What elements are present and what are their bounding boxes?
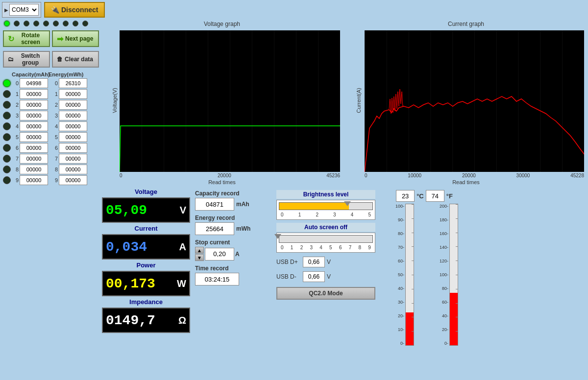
stop-current-down[interactable]: ▼ bbox=[195, 254, 204, 261]
fahrenheit-ticks bbox=[450, 204, 458, 345]
stop-current-up[interactable]: ▲ bbox=[195, 247, 204, 254]
cap-index-2: 2 bbox=[12, 102, 19, 108]
cap-table-header: Capacity(mAh) Energy(mWh) bbox=[3, 71, 99, 77]
com-port-select[interactable]: COM3 bbox=[9, 4, 39, 16]
usb-dplus-input[interactable] bbox=[303, 257, 325, 267]
channel-indicator-9 bbox=[3, 176, 11, 184]
capacity-record-group: Capacity record mAh bbox=[195, 190, 270, 211]
right-main: Voltage graph 2 bbox=[102, 20, 586, 379]
impedance-unit: Ω bbox=[178, 315, 186, 326]
voltage-x-ticks: 02000045236 bbox=[102, 172, 342, 178]
voltage-graph-svg: 25,00 20,00 15,00 10,00 5,00 0,00 bbox=[120, 30, 340, 172]
capacity-record-unit: mAh bbox=[236, 201, 249, 208]
graphs-row: Voltage graph 2 bbox=[102, 20, 586, 186]
cap-row-9: 9 9 bbox=[3, 175, 99, 185]
voltage-display: 05,09 V bbox=[102, 197, 190, 223]
usb-dminus-label: USB D- bbox=[276, 273, 301, 280]
channel-indicator-7 bbox=[3, 155, 11, 163]
impedance-label: Impedance bbox=[102, 298, 190, 306]
time-record-group: Time record bbox=[195, 265, 270, 285]
energy-index-7: 7 bbox=[51, 156, 58, 162]
power-unit: W bbox=[177, 278, 186, 289]
energy-value-1[interactable] bbox=[59, 89, 87, 99]
cap-row-4: 4 4 bbox=[3, 121, 99, 131]
energy-record-input[interactable] bbox=[195, 222, 234, 235]
stop-current-group: Stop current ▲ ▼ A bbox=[195, 239, 270, 261]
cap-value-5[interactable] bbox=[20, 132, 48, 142]
disconnect-button[interactable]: 🔌 Disconnect bbox=[44, 2, 105, 18]
cap-row-1: 1 1 bbox=[3, 89, 99, 99]
energy-value-4[interactable] bbox=[59, 121, 87, 131]
stop-current-label: Stop current bbox=[195, 239, 270, 246]
clear-data-button[interactable]: 🗑 Clear data bbox=[52, 51, 99, 68]
impedance-value: 0149,7 bbox=[106, 313, 155, 328]
rotate-screen-button[interactable]: ↻ Rotate screen bbox=[3, 30, 50, 47]
celsius-label: °C bbox=[416, 192, 424, 200]
indicator-dot-7 bbox=[73, 21, 78, 26]
qc-mode-button[interactable]: QC2.0 Mode bbox=[276, 287, 375, 300]
celsius-ticks bbox=[406, 204, 414, 345]
left-panel: ↻ Rotate screen ➡ Next page 🗂 Switch gro… bbox=[2, 20, 100, 379]
switch-group-button[interactable]: 🗂 Switch group bbox=[3, 51, 50, 68]
energy-record-group: Energy record mWh bbox=[195, 214, 270, 235]
next-page-button[interactable]: ➡ Next page bbox=[52, 30, 99, 47]
celsius-value-input[interactable] bbox=[396, 190, 415, 202]
energy-value-2[interactable] bbox=[59, 100, 87, 110]
energy-index-2: 2 bbox=[51, 102, 58, 108]
energy-value-9[interactable] bbox=[59, 175, 87, 185]
fahrenheit-value-input[interactable] bbox=[426, 190, 444, 202]
energy-value-6[interactable] bbox=[59, 143, 87, 153]
indicator-dot-0 bbox=[4, 21, 10, 26]
indicator-dot-6 bbox=[63, 21, 69, 26]
cap-value-7[interactable] bbox=[20, 154, 48, 164]
indicator-dot-5 bbox=[53, 21, 59, 26]
usb-dminus-input[interactable] bbox=[303, 271, 325, 282]
voltage-graph-panel: Voltage graph 2 bbox=[102, 20, 342, 186]
cap-value-6[interactable] bbox=[20, 143, 48, 153]
power-display: 00,173 W bbox=[102, 271, 190, 296]
capacity-record-label: Capacity record bbox=[195, 190, 270, 197]
stop-current-row: ▲ ▼ A bbox=[195, 247, 270, 261]
current-x-ticks: 010000200003000045228 bbox=[346, 172, 586, 178]
energy-value-3[interactable] bbox=[59, 111, 87, 120]
cap-value-9[interactable] bbox=[20, 175, 48, 185]
energy-record-row: mWh bbox=[195, 222, 270, 235]
voltage-graph-title: Voltage graph bbox=[102, 20, 342, 28]
cap-value-0[interactable] bbox=[20, 78, 48, 88]
channel-indicator-5 bbox=[3, 133, 11, 141]
records-panel: Capacity record mAh Energy record mWh bbox=[193, 188, 271, 379]
power-label: Power bbox=[102, 261, 190, 269]
energy-value-0[interactable] bbox=[59, 78, 87, 88]
cap-value-8[interactable] bbox=[20, 165, 48, 174]
current-graph-panel: Current graph 4,000 bbox=[346, 20, 586, 186]
energy-index-1: 1 bbox=[51, 91, 58, 97]
cap-value-1[interactable] bbox=[20, 89, 48, 99]
capacity-record-input[interactable] bbox=[195, 198, 234, 211]
cap-index-8: 8 bbox=[12, 166, 19, 172]
settings-panel: Brightness level 012345 bbox=[274, 188, 377, 379]
cap-value-2[interactable] bbox=[20, 100, 48, 110]
stop-current-input[interactable] bbox=[205, 248, 234, 261]
energy-index-5: 5 bbox=[51, 134, 58, 140]
energy-value-8[interactable] bbox=[59, 165, 87, 174]
energy-value-7[interactable] bbox=[59, 154, 87, 164]
clear-data-icon: 🗑 bbox=[57, 56, 63, 63]
cap-index-7: 7 bbox=[12, 156, 19, 162]
time-record-input[interactable] bbox=[195, 273, 239, 285]
next-icon: ➡ bbox=[57, 34, 63, 44]
cap-value-3[interactable] bbox=[20, 111, 48, 120]
celsius-bar bbox=[405, 204, 414, 346]
auto-screen-ticks: 0123456789 bbox=[279, 245, 373, 250]
channel-indicator-4 bbox=[3, 122, 11, 130]
energy-value-5[interactable] bbox=[59, 132, 87, 142]
cap-row-8: 8 8 bbox=[3, 165, 99, 174]
fahrenheit-scale: 200-180-160-140-120-100-80-60-40-20-0- bbox=[435, 204, 448, 346]
brightness-group: Brightness level 012345 bbox=[276, 190, 375, 220]
voltage-value: 05,09 bbox=[106, 203, 147, 218]
channel-indicator-1 bbox=[3, 90, 11, 98]
current-unit: A bbox=[179, 241, 186, 253]
voltage-y-label: Voltage(V) bbox=[112, 88, 118, 113]
energy-record-unit: mWh bbox=[236, 225, 250, 232]
power-value: 00,173 bbox=[106, 276, 155, 291]
cap-value-4[interactable] bbox=[20, 121, 48, 131]
